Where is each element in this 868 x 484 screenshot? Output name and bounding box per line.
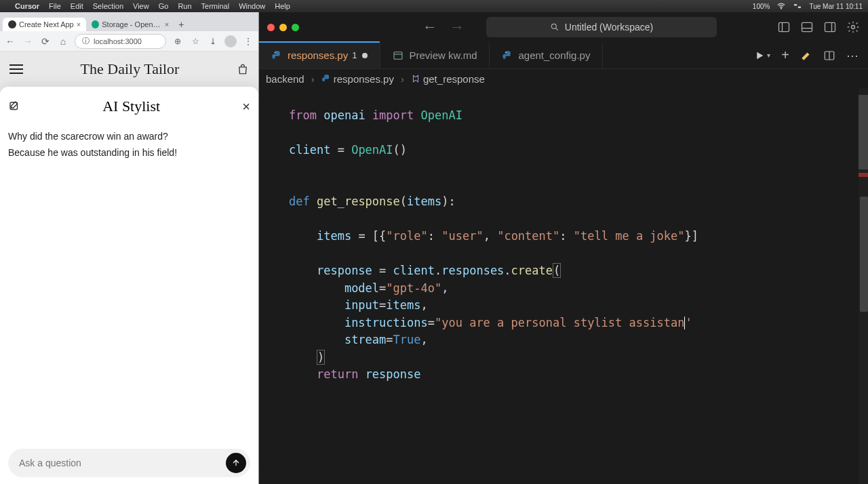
hamburger-icon[interactable] <box>9 64 23 74</box>
zoom-icon[interactable]: ⊕ <box>172 35 184 47</box>
code-editor[interactable]: from openai import OpenAI client = OpenA… <box>259 88 868 484</box>
shopping-bag-icon[interactable] <box>237 63 249 75</box>
browser-back-icon[interactable]: ← <box>4 36 16 47</box>
panel-right-icon[interactable] <box>823 20 837 34</box>
assistant-message: Because he was outstanding in his field! <box>8 145 250 161</box>
browser-tab[interactable]: Storage - OpenAI A × <box>86 18 174 31</box>
menu-go[interactable]: Go <box>159 2 169 10</box>
panel-title: AI Stylist <box>102 98 160 115</box>
chat-messages: Why did the scarecrow win an award? Beca… <box>8 126 250 449</box>
panel-left-icon[interactable] <box>777 20 791 34</box>
window-zoom-icon[interactable] <box>292 24 299 31</box>
python-icon <box>502 50 513 61</box>
address-bar[interactable]: ⓘ localhost:3000 <box>75 34 166 49</box>
more-actions-icon[interactable]: ⋯ <box>846 48 859 63</box>
editor-minimap[interactable] <box>859 88 868 484</box>
browser-window: Create Next App × Storage - OpenAI A × +… <box>0 12 259 484</box>
macos-menubar: Cursor File Edit Selection View Go Run T… <box>0 0 868 12</box>
workspace-label: Untitled (Workspace) <box>565 22 653 33</box>
profile-avatar[interactable] <box>224 35 237 47</box>
breadcrumb-item[interactable]: get_response <box>423 73 485 85</box>
menu-run[interactable]: Run <box>178 2 191 10</box>
ide-titlebar: ← → Untitled (Workspace) <box>259 12 868 42</box>
menu-window[interactable]: Window <box>239 2 265 10</box>
ide-back-icon[interactable]: ← <box>422 18 437 36</box>
editor-tab-label: Preview kw.md <box>409 49 477 61</box>
menubar-app-name[interactable]: Cursor <box>15 2 39 10</box>
wifi-icon[interactable] <box>776 1 786 11</box>
send-button[interactable] <box>226 453 246 473</box>
window-close-icon[interactable] <box>267 24 275 31</box>
editor-tab-agent-config[interactable]: agent_config.py <box>490 42 603 68</box>
new-file-icon[interactable]: + <box>781 47 789 63</box>
browser-forward-icon[interactable]: → <box>22 36 34 47</box>
browser-home-icon[interactable]: ⌂ <box>57 36 69 47</box>
tab-close-icon[interactable]: × <box>77 20 81 28</box>
svg-point-11 <box>506 52 507 52</box>
new-tab-button[interactable]: + <box>174 18 188 31</box>
editor-tabstrip: responses.py 1 Preview kw.md agent_confi… <box>259 42 868 69</box>
panel-bottom-icon[interactable] <box>800 20 814 34</box>
window-minimize-icon[interactable] <box>279 24 287 31</box>
preview-icon <box>393 50 403 61</box>
search-icon <box>550 22 559 32</box>
chevron-right-icon: › <box>307 73 319 85</box>
shop-header: The Daily Tailor <box>0 52 258 87</box>
symbol-function-icon <box>411 74 420 83</box>
play-icon <box>753 49 766 62</box>
menu-view[interactable]: View <box>133 2 149 10</box>
menubar-clock[interactable]: Tue Mar 11 10:11 <box>809 3 863 10</box>
close-icon[interactable]: × <box>242 99 250 115</box>
svg-rect-6 <box>802 22 812 31</box>
tab-close-icon[interactable]: × <box>165 20 169 28</box>
breadcrumb: backend › responses.py › get_response <box>259 69 868 88</box>
ide-window: ← → Untitled (Workspace) responses.py 1 <box>259 12 868 484</box>
chevron-down-icon: ▾ <box>767 52 770 59</box>
highlighter-icon[interactable] <box>800 49 812 62</box>
editor-tab-responses[interactable]: responses.py 1 <box>259 42 380 68</box>
editor-tab-label: agent_config.py <box>518 49 590 61</box>
svg-rect-7 <box>825 22 835 31</box>
chat-input-bar <box>8 449 250 477</box>
run-button[interactable]: ▾ <box>753 49 770 62</box>
svg-rect-2 <box>798 7 802 8</box>
menu-help[interactable]: Help <box>275 2 290 10</box>
svg-rect-10 <box>394 52 402 59</box>
bookmark-icon[interactable]: ☆ <box>189 35 201 47</box>
browser-tabstrip: Create Next App × Storage - OpenAI A × + <box>0 12 258 31</box>
svg-point-9 <box>275 52 275 52</box>
control-center-icon[interactable] <box>793 1 802 11</box>
site-info-icon[interactable]: ⓘ <box>82 36 90 46</box>
split-editor-icon[interactable] <box>823 49 835 62</box>
menu-terminal[interactable]: Terminal <box>201 2 230 10</box>
tab-title: Create Next App <box>19 20 74 28</box>
settings-gear-icon[interactable] <box>846 20 860 34</box>
browser-tab[interactable]: Create Next App × <box>3 18 86 31</box>
ai-stylist-panel: AI Stylist × Why did the scarecrow win a… <box>0 87 258 484</box>
command-center[interactable]: Untitled (Workspace) <box>486 17 717 37</box>
breadcrumb-item[interactable]: backend <box>266 73 304 85</box>
chat-input[interactable] <box>19 458 226 468</box>
new-chat-icon[interactable] <box>8 100 20 113</box>
address-text: localhost:3000 <box>94 37 142 45</box>
browser-toolbar: ← → ⟳ ⌂ ⓘ localhost:3000 ⊕ ☆ ⤓ ⋮ <box>0 31 258 52</box>
favicon-icon <box>92 20 99 28</box>
svg-rect-5 <box>779 22 789 31</box>
browser-menu-icon[interactable]: ⋮ <box>242 35 254 47</box>
favicon-icon <box>8 20 16 28</box>
menu-selection[interactable]: Selection <box>93 2 123 10</box>
breadcrumb-item[interactable]: responses.py <box>334 73 394 85</box>
browser-reload-icon[interactable]: ⟳ <box>39 36 52 47</box>
scrollbar-thumb[interactable] <box>860 197 868 312</box>
menu-file[interactable]: File <box>49 2 61 10</box>
window-controls <box>267 24 299 31</box>
menu-edit[interactable]: Edit <box>71 2 83 10</box>
arrow-up-icon <box>231 458 241 468</box>
page-content: The Daily Tailor AI Stylist × Why did th… <box>0 52 258 484</box>
editor-tab-preview[interactable]: Preview kw.md <box>380 42 490 68</box>
svg-point-4 <box>551 24 556 28</box>
ide-forward-icon[interactable]: → <box>450 18 465 36</box>
menubar-tray: 100% Tue Mar 11 10:11 <box>753 1 863 11</box>
download-icon[interactable]: ⤓ <box>207 35 219 47</box>
editor-tab-modified-count: 1 <box>352 50 357 60</box>
